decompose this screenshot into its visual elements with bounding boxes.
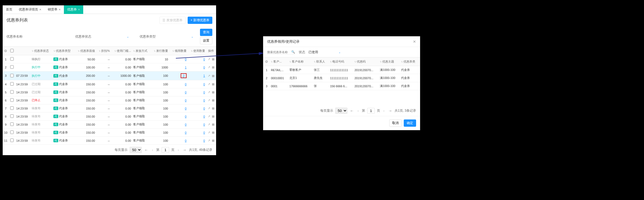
use-qty-link[interactable]: 0	[203, 107, 205, 110]
next-page-icon[interactable]: ›	[177, 148, 180, 152]
share-icon[interactable]: ↗	[208, 99, 210, 102]
claim-qty-link[interactable]: 0	[185, 139, 187, 142]
table-row[interactable]: 5 14 23:59 已过期 代 代金券 150.00 -- 0.00 客户领取…	[3, 88, 216, 96]
col-cust-name[interactable]: ⇅客户名称	[288, 57, 313, 66]
use-qty-link[interactable]: 1	[203, 74, 205, 77]
col-issue-qty[interactable]: ⇅发行数量	[151, 47, 169, 55]
qrcode-icon[interactable]: ▦	[212, 74, 214, 78]
col-code[interactable]: ⇅优惠码	[353, 57, 379, 66]
issue-coupon-button[interactable]: ☰ 发放优惠券	[159, 17, 185, 24]
claim-qty-link[interactable]: 0	[185, 131, 187, 134]
use-qty-link[interactable]: 0	[203, 123, 205, 126]
claim-qty-link[interactable]: 0	[185, 91, 187, 94]
row-checkbox[interactable]	[10, 65, 14, 69]
claim-qty-link[interactable]: 0	[185, 99, 187, 102]
use-qty-link[interactable]: 0	[203, 131, 205, 134]
table-row[interactable]: 6 14 23:59 已终止 代 代金券 150.00 -- 0.00 客户领取…	[3, 96, 216, 104]
col-claim-qty[interactable]: ⇅领用数量	[169, 47, 188, 55]
claim-qty-link[interactable]: 3	[183, 74, 184, 77]
share-icon[interactable]: ↗	[208, 57, 210, 61]
col-gear[interactable]: ⚙	[3, 47, 9, 55]
row-checkbox[interactable]	[10, 106, 14, 110]
share-icon[interactable]: ↗	[208, 107, 210, 110]
use-qty-link[interactable]: 0	[203, 139, 205, 142]
page-input[interactable]	[162, 147, 169, 153]
last-page-icon[interactable]: ⇥	[182, 148, 187, 152]
query-button[interactable]: 查询	[200, 29, 212, 36]
coupon-name-input[interactable]	[24, 33, 56, 40]
qrcode-icon[interactable]: ▦	[212, 107, 214, 110]
search-icon[interactable]: 🔍	[291, 50, 295, 54]
share-icon[interactable]: ↗	[208, 90, 210, 94]
table-row[interactable]: 2 执行中 代 代金券 100.00 -- 0.00 客户领取 1000 1 0…	[3, 63, 216, 71]
per-page-select[interactable]: 50	[130, 147, 142, 153]
claim-qty-link[interactable]: 0	[185, 115, 187, 118]
col-face[interactable]: ⇅优惠券面值	[74, 47, 96, 55]
qrcode-icon[interactable]: ▦	[212, 82, 214, 86]
share-icon[interactable]: ↗	[208, 74, 210, 78]
table-row[interactable]: 11 14 23:59 待发布 代 代金券 150.00 -- 0.00 客户领…	[3, 137, 216, 145]
claim-qty-link[interactable]: 0	[185, 58, 187, 61]
search-input[interactable]	[267, 50, 291, 54]
claim-qty-link[interactable]: 0	[185, 123, 187, 126]
claim-qty-link[interactable]: 1	[185, 66, 187, 69]
use-qty-link[interactable]: 0	[203, 115, 205, 118]
qrcode-icon[interactable]: ▦	[212, 66, 214, 69]
claim-qty-link[interactable]: 0	[185, 107, 187, 110]
row-checkbox[interactable]	[10, 139, 14, 142]
settings-button[interactable]: 设置	[200, 37, 212, 44]
per-page-select[interactable]: 50	[335, 108, 347, 114]
table-row[interactable]: 1 RETAIL... 零散客户 张三 11111111111 20191200…	[263, 66, 420, 74]
col-phone[interactable]: ⇅电话号码	[329, 57, 353, 66]
col-method[interactable]: ⇅发放方式	[132, 47, 151, 55]
col-gear[interactable]: ⚙	[263, 57, 270, 66]
col-type[interactable]: ⇅优惠券类型	[52, 47, 74, 55]
row-checkbox[interactable]	[10, 90, 14, 94]
use-qty-link[interactable]: 0	[203, 66, 205, 69]
select-all-checkbox[interactable]	[10, 49, 14, 52]
col-use-qty[interactable]: ⇅使用数量	[188, 47, 206, 55]
row-checkbox[interactable]	[10, 57, 14, 61]
table-row[interactable]: 4 14 23:59 已过期 代 代金券 150.00 -- 0.00 客户领取…	[3, 80, 216, 88]
col-threshold[interactable]: ⇅使用门槛...	[111, 47, 132, 55]
qrcode-icon[interactable]: ▦	[212, 131, 214, 134]
tab-coupon[interactable]: 优惠券✕	[64, 5, 83, 14]
share-icon[interactable]: ↗	[208, 139, 210, 142]
table-row[interactable]: 3 07 23:59 执行中 代 代金券 200.00 -- 1000.00 客…	[3, 71, 216, 80]
share-icon[interactable]: ↗	[208, 115, 210, 118]
tab-detail[interactable]: 优惠券详情页✕	[16, 5, 45, 14]
table-row[interactable]: 10 14 23:59 待发布 代 代金券 150.00 -- 0.00 客户领…	[3, 129, 216, 137]
coupon-status-select[interactable]	[93, 35, 125, 38]
qrcode-icon[interactable]: ▦	[212, 139, 214, 142]
last-page-icon[interactable]: ⇥	[388, 109, 392, 113]
row-checkbox[interactable]	[10, 82, 14, 86]
qrcode-icon[interactable]: ▦	[212, 90, 214, 94]
claim-qty-link[interactable]: 0	[185, 83, 187, 86]
share-icon[interactable]: ↗	[208, 66, 210, 69]
col-status[interactable]: ⇅优惠券状态	[31, 47, 52, 55]
status-select-value[interactable]: 已使用	[308, 50, 318, 54]
close-icon[interactable]: ✕	[59, 8, 61, 11]
first-page-icon[interactable]: ⇤	[350, 109, 354, 113]
table-row[interactable]: 9 14 23:59 待发布 代 代金券 150.00 -- 0.00 客户领取…	[3, 121, 216, 129]
share-icon[interactable]: ↗	[208, 82, 210, 86]
col-contact[interactable]: ⇅联系人	[313, 57, 329, 66]
table-row[interactable]: 2 00010001 北京1 唐先生 11111111111 201912007…	[263, 74, 420, 82]
row-checkbox[interactable]	[10, 98, 14, 102]
coupon-type-select[interactable]	[157, 35, 190, 38]
next-page-icon[interactable]: ›	[382, 109, 385, 113]
close-icon[interactable]: ✕	[413, 39, 416, 44]
share-icon[interactable]: ↗	[208, 131, 210, 134]
tab-home[interactable]: 首页	[3, 5, 16, 14]
use-qty-link[interactable]: 0	[203, 58, 205, 61]
page-input[interactable]	[367, 108, 375, 114]
col-cust-no[interactable]: ⇅客户...	[270, 57, 288, 66]
table-row[interactable]: 8 14 23:59 待发布 代 代金券 150.00 -- 0.00 客户领取…	[3, 112, 216, 121]
qrcode-icon[interactable]: ▦	[212, 99, 214, 102]
confirm-button[interactable]: 确定	[404, 119, 416, 127]
table-row[interactable]: 7 14 23:59 待发布 代 代金券 150.00 -- 0.00 客户领取…	[3, 104, 216, 112]
prev-page-icon[interactable]: ‹	[356, 109, 360, 113]
prev-page-icon[interactable]: ‹	[151, 148, 154, 152]
table-row[interactable]: 1 待执行 代 代金券 50.00 -- 0.00 客户领取 10 0 0 ↗▦	[3, 55, 216, 63]
use-qty-link[interactable]: 0	[203, 91, 205, 94]
